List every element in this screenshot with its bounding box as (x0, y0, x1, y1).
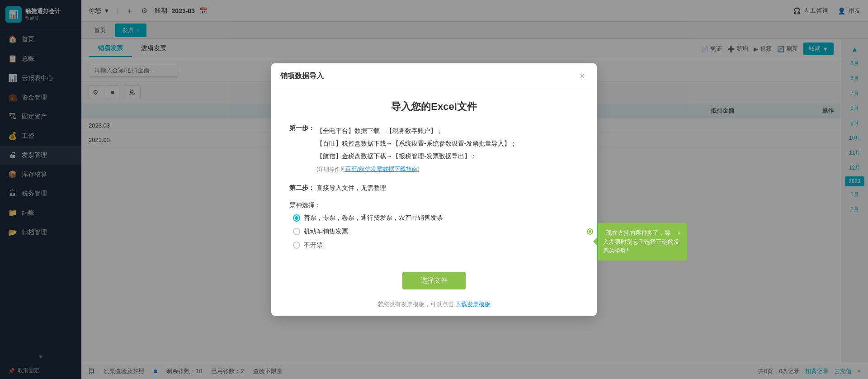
tooltip-popup: × 现在支持的票种多了，导入发票时别忘了选择正确的发票类型呀! (597, 223, 687, 261)
radio-general-label: 普票，专票，卷票，通行费发票，农产品销售发票 (304, 214, 443, 222)
step1-content: 【全电平台】数据下载→【税务数字账户】； 【百旺】税控盘数据下载→【系统设置-系… (316, 124, 517, 175)
radio-vehicle-circle (293, 228, 300, 235)
tooltip-connector-dot (588, 229, 592, 234)
modal-main-title: 导入您的Excel文件 (289, 100, 579, 114)
modal-footer: 选择文件 (271, 267, 597, 297)
tooltip-text: 现在支持的票种多了，导入发票时别忘了选择正确的发票类型呀! (603, 229, 679, 254)
ticket-section: 票种选择： 普票，专票，卷票，通行费发票，农产品销售发票 机动车销售发票 (289, 201, 579, 249)
radio-group: 普票，专票，卷票，通行费发票，农产品销售发票 机动车销售发票 不开票 (289, 214, 579, 249)
modal-header: 销项数据导入 × (271, 63, 597, 89)
step2-content: 直接导入文件，无需整理 (316, 184, 386, 192)
modal-hint: 若您没有发票模版，可以点击 下载发票模版 (271, 297, 597, 316)
step2-label: 第二步： (289, 184, 315, 192)
ticket-label: 票种选择： (289, 201, 579, 209)
radio-vehicle-label: 机动车销售发票 (304, 227, 348, 236)
ticket-label-text: 票种选择： (289, 201, 321, 209)
radio-no-ticket-label: 不开票 (304, 241, 323, 249)
modal-overlay: 销项数据导入 × 导入您的Excel文件 第一步： 【全电平台】数据下载→【税务… (0, 0, 868, 379)
modal-title: 销项数据导入 (280, 71, 324, 81)
step1-link[interactable]: 百旺/航信发票数据下载指南 (345, 166, 418, 172)
radio-general[interactable]: 普票，专票，卷票，通行费发票，农产品销售发票 (293, 214, 579, 222)
modal-hint-text: 若您没有发票模版，可以点击 (377, 301, 454, 308)
step1-line2: 【百旺】税控盘数据下载→【系统设置-系统参数设置-发票批量导入】； (316, 137, 517, 150)
radio-vehicle[interactable]: 机动车销售发票 (293, 227, 579, 236)
tooltip-close-btn[interactable]: × (677, 228, 681, 237)
modal-body: 导入您的Excel文件 第一步： 【全电平台】数据下载→【税务数字账户】； 【百… (271, 89, 597, 267)
select-file-btn[interactable]: 选择文件 (402, 272, 466, 289)
step1-line1: 【全电平台】数据下载→【税务数字账户】； (316, 124, 517, 137)
step1: 第一步： 【全电平台】数据下载→【税务数字账户】； 【百旺】税控盘数据下载→【系… (289, 124, 579, 175)
step1-line3: 【航信】金税盘数据下载→【报税管理-发票数据导出】； (316, 150, 517, 162)
modal-close-btn[interactable]: × (577, 71, 588, 81)
download-template-link[interactable]: 下载发票模版 (455, 301, 491, 308)
radio-no-ticket[interactable]: 不开票 (293, 241, 579, 249)
step1-label: 第一步： (289, 124, 315, 133)
step2: 第二步： 直接导入文件，无需整理 (289, 184, 579, 192)
import-modal: 销项数据导入 × 导入您的Excel文件 第一步： 【全电平台】数据下载→【税务… (271, 63, 597, 316)
step1-note: (详细操作见百旺/航信发票数据下载指南) (316, 166, 420, 172)
radio-general-circle (293, 214, 300, 222)
radio-no-ticket-circle (293, 242, 300, 249)
tooltip-accent-bar (597, 223, 598, 261)
